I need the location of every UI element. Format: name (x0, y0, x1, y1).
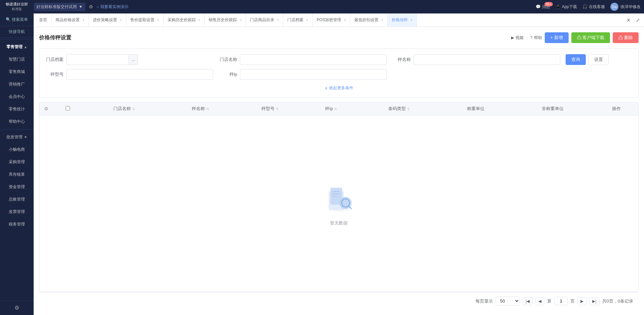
sidebar-item-label-help: 帮助中心 (9, 119, 25, 125)
tab-sale-history-close[interactable]: × (240, 18, 242, 22)
download-icon: 📱 (556, 4, 561, 9)
store-file-input[interactable] (66, 54, 129, 65)
tab-home-label: 首页 (39, 17, 47, 23)
tab-pos-manage[interactable]: POS加密管理 × (313, 13, 350, 27)
sidebar-item-retail[interactable]: 零售管理 ▲ (0, 41, 34, 53)
table-settings-icon[interactable]: ⚙ (44, 106, 48, 111)
tab-purchase-history[interactable]: 采购历史价跟踪 × (164, 13, 205, 27)
sort-icon-store-name[interactable]: ⇅ (132, 107, 135, 111)
scale-name-input[interactable] (414, 54, 560, 65)
app-download-button[interactable]: 📱 App下载 (556, 4, 577, 10)
scale-model-input[interactable] (66, 69, 213, 80)
tab-home[interactable]: 首页 (36, 13, 51, 27)
sidebar-item-ledger[interactable]: 总账管理 (0, 193, 34, 206)
page-size-select[interactable]: 10 20 50 100 (496, 296, 520, 306)
first-page-button[interactable]: |◀ (523, 297, 533, 305)
content-area: 首页 商品价格设置 × 进价策略设置 × 售价提取设置 × 采购历史价跟踪 × … (34, 13, 644, 315)
tab-store-file[interactable]: 门店档案 × (283, 13, 313, 27)
tab-pos-manage-close[interactable]: × (344, 18, 346, 22)
sidebar-item-wholesale[interactable]: 批发管理 ▼ (0, 131, 34, 143)
empty-state: 暂无数据 (39, 115, 638, 292)
tab-price-scale-close[interactable]: × (410, 18, 413, 22)
online-service-button[interactable]: 🎧 在线客服 (582, 4, 605, 10)
sidebar-item-member[interactable]: 会员中心 (0, 91, 34, 103)
page-number-input[interactable] (554, 297, 568, 305)
download-button[interactable]: 凸 客户端下载 (571, 32, 610, 43)
collapse-icon: ∧ (325, 86, 328, 91)
sidebar-item-marketing[interactable]: 营销推广 (0, 78, 34, 91)
sort-icon-scale-ip[interactable]: ⇅ (334, 107, 337, 111)
sidebar-item-finance[interactable]: 资金管理 (0, 181, 34, 193)
tab-close-button[interactable]: ✕ (625, 16, 632, 24)
query-button[interactable]: 查询 (566, 54, 586, 65)
sidebar-item-purchase[interactable]: 采购管理 (0, 156, 34, 168)
delete-button[interactable]: 凸 删除 (613, 32, 639, 43)
store-name-input[interactable] (240, 54, 387, 65)
sidebar-quick-nav[interactable]: 快捷导航 (0, 26, 34, 38)
tab-purchase-history-label: 采购历史价跟踪 (168, 17, 196, 23)
version-label: 好业财标准版交付试用 (36, 4, 77, 10)
sidebar-item-invoice[interactable]: 发票管理 (0, 206, 34, 218)
help-link[interactable]: ? 帮助 (530, 35, 542, 41)
tab-sale-history[interactable]: 销售历史价跟踪 × (205, 13, 246, 27)
video-link-text: 视频 (515, 35, 524, 41)
tab-maximize-button[interactable]: ⤢ (635, 16, 641, 24)
sidebar-item-retail-stats[interactable]: 零售统计 (0, 103, 34, 115)
next-page-button[interactable]: ▶ (577, 297, 586, 305)
collapse-button[interactable]: ∧ 收起更多条件 (45, 84, 633, 92)
settings-button[interactable]: ⚙ (89, 4, 93, 9)
version-selector[interactable]: 好业财标准版交付试用 ▼ (34, 3, 85, 11)
demo-link[interactable]: ○ 我要看实例演示 (97, 4, 129, 10)
filter-store-name: 门店名称 (218, 54, 387, 65)
sidebar-item-mini-ecom[interactable]: 小畅电商 (0, 143, 34, 156)
tab-commodity-price-label: 商品价格设置 (56, 17, 80, 23)
scale-ip-input[interactable] (240, 69, 387, 80)
sidebar-item-tax[interactable]: 税务管理 (0, 218, 34, 231)
app-download-label: App下载 (562, 4, 577, 10)
store-file-ellipsis-btn[interactable]: ... (129, 54, 138, 65)
tab-store-catalog[interactable]: 门店商品目录 × (246, 13, 283, 27)
th-barcode-type-label: 条码类型 (388, 106, 406, 112)
logo-area: 畅捷通好业财 标准版 (3, 2, 30, 11)
tab-min-discount[interactable]: 最低折扣设置 × (350, 13, 388, 27)
add-button[interactable]: + 新增 (545, 32, 569, 43)
messages-button[interactable]: 💬 消息 99+ (536, 4, 550, 10)
th-non-weight-unit: 非称重单位 (511, 102, 595, 115)
sidebar-item-retail-mall[interactable]: 零售商城 (0, 66, 34, 78)
sort-icon-scale-model[interactable]: ⇅ (276, 107, 279, 111)
chevron-up-icon: ▲ (24, 45, 27, 49)
sort-icon-scale-name[interactable]: ⇅ (206, 107, 209, 111)
last-page-button[interactable]: ▶| (589, 297, 599, 305)
tab-commodity-price[interactable]: 商品价格设置 × (51, 13, 89, 27)
query-action-group: 查询 设置 (566, 54, 609, 65)
tab-store-catalog-close[interactable]: × (277, 18, 279, 22)
filter-scale-name: 秤名称 (392, 54, 560, 65)
sidebar-settings-button[interactable]: ⚙ (0, 300, 34, 315)
settings-btn-form[interactable]: 设置 (588, 54, 609, 65)
sidebar-search[interactable]: 🔍 搜索菜单 (0, 13, 34, 26)
online-service-label: 在线客服 (589, 4, 605, 10)
sidebar-item-inventory[interactable]: 库存核算 (0, 168, 34, 181)
tab-purchase-history-close[interactable]: × (199, 18, 201, 22)
tab-sale-price[interactable]: 售价提取设置 × (126, 13, 164, 27)
pagination-bar: 每页显示 10 20 50 100 |◀ ◀ 算 页 ▶ ▶| 共0页，0条记录 (39, 292, 639, 310)
th-store-name: 门店名称 ⇅ (83, 102, 166, 115)
tab-purchase-strategy-close[interactable]: × (120, 18, 122, 22)
page-size-label: 每页显示 (475, 298, 493, 304)
tab-store-file-close[interactable]: × (306, 18, 308, 22)
tab-price-scale[interactable]: 价格传秤 × (388, 13, 417, 27)
tab-sale-price-close[interactable]: × (157, 18, 159, 22)
tab-commodity-price-close[interactable]: × (82, 18, 84, 22)
sidebar-item-help[interactable]: 帮助中心 (0, 115, 34, 128)
th-scale-model: 秤型号 ⇅ (235, 102, 305, 115)
tab-store-catalog-label: 门店商品目录 (250, 17, 274, 23)
tab-min-discount-close[interactable]: × (381, 18, 383, 22)
avatar: Ea (610, 3, 618, 11)
sidebar-item-smart-store[interactable]: 智慧门店 (0, 53, 34, 66)
user-profile[interactable]: Ea 徐泽华修改 (610, 3, 641, 11)
sort-icon-barcode-type[interactable]: ⇅ (407, 107, 410, 111)
select-all-checkbox[interactable] (66, 106, 70, 110)
video-link[interactable]: ▶ 视频 (511, 35, 524, 41)
tab-purchase-strategy[interactable]: 进价策略设置 × (89, 13, 126, 27)
prev-page-button[interactable]: ◀ (535, 297, 544, 305)
